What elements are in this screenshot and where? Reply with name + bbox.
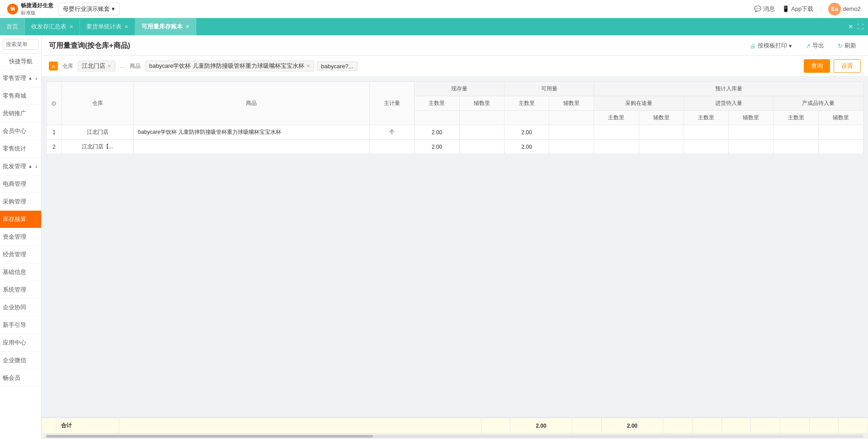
query-btn[interactable]: 查询 (804, 59, 830, 73)
cell-product (133, 140, 369, 154)
footer-table: 合计 2.00 2.00 (42, 418, 868, 434)
tab-inventory[interactable]: 可用量库存账本 ✕ (135, 18, 196, 35)
th-avail-main: 主数里 (504, 96, 549, 111)
filter-more-btn[interactable]: … (120, 63, 125, 69)
app-download-btn[interactable]: 📱 App下载 (782, 5, 813, 13)
tab-receive-label: 收发存汇总表 (31, 23, 66, 31)
product-tag-2: babycare?... (317, 61, 358, 71)
footer-total-production-aux (839, 418, 868, 434)
cell-stock-aux (459, 125, 504, 140)
sidebar-item-vip[interactable]: 畅会员 (0, 369, 41, 387)
sidebar-item-inventory-check[interactable]: 库存核算 (0, 211, 41, 228)
footer-total-inbound-aux (780, 418, 809, 434)
th-purchase-aux: 辅数里 (639, 111, 684, 125)
tab-inventory-label: 可用量库存账本 (142, 23, 183, 31)
sidebar-item-purchase[interactable]: 采购管理 (0, 193, 41, 211)
tab-order-stat-label: 要货单统计表 (86, 23, 122, 31)
settings-btn[interactable]: 设置 (834, 59, 861, 73)
sidebar-item-ecommerce[interactable]: 电商管理 (0, 175, 41, 193)
cell-purchase-aux (639, 125, 684, 140)
product-label: 商品 (130, 62, 141, 70)
cell-inbound-main (684, 125, 728, 140)
sidebar: 快捷导航 零售管理 ▲ 零售商城 营销推广 会员中心 零售统计 批发管理 ▲ 电… (0, 35, 42, 439)
export-btn[interactable]: ↗ 导出 (801, 40, 829, 52)
th-blank-am (504, 111, 549, 125)
tab-home[interactable]: 首页 (0, 18, 25, 35)
quick-nav-btn[interactable]: 快捷导航 (0, 54, 41, 70)
footer-total-stock-main: 2.00 (510, 418, 572, 434)
scroll-bar-track[interactable] (46, 435, 863, 438)
sidebar-item-retail-mgmt[interactable]: 零售管理 ▲ (0, 70, 41, 87)
sidebar-item-wechat-biz[interactable]: 企业微信 (0, 352, 41, 369)
tab-inventory-close[interactable]: ✕ (185, 24, 189, 30)
tab-receive-close[interactable]: ✕ (69, 24, 73, 30)
sidebar-item-finance[interactable]: 资金管理 (0, 228, 41, 246)
maximize-btn[interactable]: ⛶ (857, 23, 863, 30)
nav-controls: ✕ ⛶ (844, 18, 868, 35)
th-inbound-aux: 辅数里 (729, 111, 774, 125)
sidebar-item-retail-stat[interactable]: 零售统计 (0, 140, 41, 158)
th-blank-sm (415, 111, 459, 125)
print-btn[interactable]: 🖨 按模板打印 ▾ (745, 40, 797, 52)
th-stock-aux: 辅数里 (459, 96, 504, 111)
cell-production-aux (818, 140, 863, 154)
tab-order-stat[interactable]: 要货单统计表 ✕ (80, 18, 135, 35)
footer-total-purchase-aux (722, 418, 751, 434)
cell-purchase-main (594, 140, 639, 154)
sidebar-item-basic[interactable]: 基础信息 (0, 264, 41, 281)
sidebar-item-system[interactable]: 系统管理 (0, 281, 41, 299)
message-btn[interactable]: 💬 消息 (754, 5, 775, 13)
th-group-incoming: 预计入库量 (594, 82, 863, 96)
cell-index: 1 (47, 125, 62, 140)
scroll-bar-thumb[interactable] (46, 435, 373, 438)
th-avail-aux: 辅数里 (549, 96, 594, 111)
content-area: 可用量查询(按仓库+商品) 🖨 按模板打印 ▾ ↗ 导出 ↻ 刷新 (42, 35, 868, 439)
sidebar-item-app-center[interactable]: 应用中心 (0, 334, 41, 352)
logo-area: 畅 畅捷通好生意 标准版 (7, 2, 53, 16)
close-window-btn[interactable]: ✕ (848, 23, 854, 30)
cell-avail-main: 2.00 (504, 125, 549, 140)
footer-total-stock-aux (572, 418, 601, 434)
sidebar-item-member[interactable]: 会员中心 (0, 123, 41, 140)
remove-warehouse-tag[interactable]: ✕ (107, 63, 111, 69)
avatar: Ea (828, 3, 841, 15)
nav-tabs: 首页 收发存汇总表 ✕ 要货单统计表 ✕ 可用量库存账本 ✕ ✕ ⛶ (0, 18, 868, 35)
filter-expand-btn[interactable]: » (49, 61, 58, 71)
divider (821, 5, 821, 13)
filter-bar: » 仓库 江北门店 ✕ … 商品 babycare学饮杯 儿童防摔防撞吸管杯重力… (42, 56, 868, 77)
sidebar-item-wholesale-mgmt[interactable]: 批发管理 ▲ (0, 158, 41, 175)
sidebar-item-retail-mall[interactable]: 零售商城 (0, 87, 41, 105)
user-btn[interactable]: Ea demo2 (828, 3, 861, 15)
cell-production-aux (818, 125, 863, 140)
sidebar-item-ops[interactable]: 经营管理 (0, 246, 41, 264)
tab-receive[interactable]: 收发存汇总表 ✕ (25, 18, 80, 35)
th-inbound-main: 主数里 (684, 111, 728, 125)
industry-selector[interactable]: 母婴行业演示账套 ▾ (58, 3, 120, 15)
tab-order-stat-close[interactable]: ✕ (124, 24, 128, 30)
page-header: 可用量查询(按仓库+商品) 🖨 按模板打印 ▾ ↗ 导出 ↻ 刷新 (42, 35, 868, 56)
footer-total-inbound-main (751, 418, 780, 434)
sidebar-item-marketing[interactable]: 营销推广 (0, 105, 41, 123)
th-settings[interactable]: ⚙ (47, 82, 62, 125)
th-blank-aa (549, 111, 594, 125)
sidebar-item-newbie[interactable]: 新手引导 (0, 316, 41, 334)
scroll-bar-area (42, 434, 868, 439)
refresh-icon: ↻ (838, 42, 843, 49)
th-purchase-main: 主数里 (594, 111, 639, 125)
search-input[interactable] (3, 39, 38, 50)
product-tags: babycare学饮杯 儿童防摔防撞吸管杯重力球吸嘴杯宝宝水杯 ✕ babyca… (145, 61, 358, 71)
footer-total-production-main (809, 418, 839, 434)
message-icon: 💬 (754, 5, 761, 12)
product-tag-1: babycare学饮杯 儿童防摔防撞吸管杯重力球吸嘴杯宝宝水杯 ✕ (145, 61, 314, 71)
sidebar-item-collab[interactable]: 企业协同 (0, 299, 41, 316)
cell-index: 2 (47, 140, 62, 154)
main-layout: 快捷导航 零售管理 ▲ 零售商城 营销推广 会员中心 零售统计 批发管理 ▲ 电… (0, 35, 868, 439)
th-group-stock: 现存量 (415, 82, 505, 96)
print-icon: 🖨 (750, 42, 756, 49)
refresh-btn[interactable]: ↻ 刷新 (833, 40, 861, 52)
sidebar-search-area (0, 35, 41, 54)
cell-purchase-main (594, 125, 639, 140)
th-stock-main: 主数里 (415, 96, 459, 111)
remove-product-tag-1[interactable]: ✕ (306, 63, 310, 69)
footer-total-purchase-main (692, 418, 722, 434)
